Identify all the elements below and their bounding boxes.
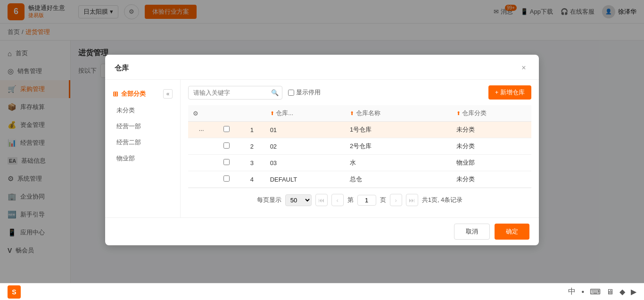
sort-icon-name: ⬆ <box>350 110 354 116</box>
row-num: 4 <box>239 171 265 188</box>
confirm-button[interactable]: 确定 <box>495 224 529 240</box>
col-header-check <box>215 105 239 122</box>
bottom-bar: S 中 • ⌨ 🖥 ◆ ▶ <box>0 283 644 300</box>
table-head: ⚙ ⬆ 仓库... ⬆ 仓库名称 ⬆ 仓库分类 <box>188 105 531 122</box>
row-actions-icon: ··· <box>199 126 204 133</box>
search-input[interactable] <box>188 86 282 100</box>
table-row[interactable]: ··· 1 01 1号仓库 未分类 <box>188 122 531 138</box>
search-icon[interactable]: 🔍 <box>271 89 279 96</box>
row-category: 未分类 <box>452 171 531 188</box>
row-checkbox[interactable] <box>223 126 230 132</box>
row-category: 未分类 <box>452 138 531 155</box>
modal-title: 仓库 <box>115 64 129 73</box>
warehouse-table: ⚙ ⬆ 仓库... ⬆ 仓库名称 ⬆ 仓库分类 <box>188 105 531 188</box>
col-header-category[interactable]: ⬆ 仓库分类 <box>452 105 531 122</box>
category-item-uncategorized[interactable]: 未分类 <box>105 102 180 118</box>
col-header-settings[interactable]: ⚙ <box>188 105 215 122</box>
row-name: 1号仓库 <box>345 122 452 138</box>
row-num: 3 <box>239 155 265 171</box>
table-row[interactable]: 3 03 水 物业部 <box>188 155 531 171</box>
dot-icon: • <box>581 288 584 296</box>
page-input[interactable] <box>357 195 376 206</box>
row-code: 01 <box>265 122 345 138</box>
category-panel: ⊞ 全部分类 « 未分类 经营一部 经营二部 物业部 <box>105 80 181 217</box>
total-info: 共1页, 4条记录 <box>422 196 463 204</box>
modal-footer: 取消 确定 <box>105 217 539 245</box>
keyboard-icon[interactable]: ⌨ <box>590 287 601 296</box>
row-code: 03 <box>265 155 345 171</box>
table-wrapper: ⚙ ⬆ 仓库... ⬆ 仓库名称 ⬆ 仓库分类 <box>188 105 531 188</box>
last-page-button[interactable]: ⏭ <box>406 194 418 206</box>
table-panel: 🔍 显示停用 + 新增仓库 ⚙ <box>181 80 539 217</box>
chinese-input-icon[interactable]: 中 <box>568 287 576 297</box>
row-name: 总仓 <box>345 171 452 188</box>
row-checkbox-cell[interactable] <box>215 171 239 188</box>
col-header-num <box>239 105 265 122</box>
modal-overlay: 仓库 × ⊞ 全部分类 « 未分类 经营一部 经营二部 物业部 <box>0 0 644 300</box>
row-settings[interactable]: ··· <box>188 122 215 138</box>
row-num: 2 <box>239 138 265 155</box>
modal-header: 仓库 × <box>105 55 539 80</box>
page-label: 第 <box>347 196 354 204</box>
row-num: 1 <box>239 122 265 138</box>
sort-icon-code: ⬆ <box>270 110 274 116</box>
row-name: 2号仓库 <box>345 138 452 155</box>
diamond-icon: ◆ <box>619 287 625 296</box>
first-page-button[interactable]: ⏮ <box>315 194 328 206</box>
show-disabled-checkbox[interactable] <box>288 90 294 96</box>
modal-body: ⊞ 全部分类 « 未分类 经营一部 经营二部 物业部 🔍 <box>105 80 539 217</box>
collapse-button[interactable]: « <box>163 89 173 99</box>
row-category: 物业部 <box>452 155 531 171</box>
row-name: 水 <box>345 155 452 171</box>
row-checkbox[interactable] <box>223 175 230 182</box>
row-checkbox-cell[interactable] <box>215 155 239 171</box>
category-item-property[interactable]: 物业部 <box>105 150 180 167</box>
next-page-button[interactable]: › <box>390 194 402 206</box>
category-all-label: 全部分类 <box>121 90 146 98</box>
warehouse-modal: 仓库 × ⊞ 全部分类 « 未分类 经营一部 经营二部 物业部 <box>105 55 539 245</box>
category-item-ops1[interactable]: 经营一部 <box>105 118 180 134</box>
category-item-ops2[interactable]: 经营二部 <box>105 134 180 150</box>
show-disabled-label[interactable]: 显示停用 <box>288 88 321 97</box>
row-code: 02 <box>265 138 345 155</box>
row-settings[interactable] <box>188 171 215 188</box>
col-header-code[interactable]: ⬆ 仓库... <box>265 105 345 122</box>
table-row[interactable]: 4 DEFAULT 总仓 未分类 <box>188 171 531 188</box>
pagination: 每页显示 50 10 20 100 ⏮ ‹ 第 页 › ⏭ 共1页, 4条记录 <box>188 188 531 212</box>
row-checkbox-cell[interactable] <box>215 122 239 138</box>
row-checkbox-cell[interactable] <box>215 138 239 155</box>
page-label2: 页 <box>380 196 386 204</box>
sort-icon-category: ⬆ <box>456 110 461 116</box>
page-size-label: 每页显示 <box>257 196 281 204</box>
modal-close-button[interactable]: × <box>518 62 529 74</box>
row-settings[interactable] <box>188 138 215 155</box>
s-logo: S <box>8 285 21 299</box>
page-size-select[interactable]: 50 10 20 100 <box>285 194 312 206</box>
search-input-wrap: 🔍 <box>188 86 282 100</box>
row-checkbox[interactable] <box>223 159 230 165</box>
play-icon[interactable]: ▶ <box>631 287 636 296</box>
cancel-button[interactable]: 取消 <box>454 224 490 240</box>
add-warehouse-button[interactable]: + 新增仓库 <box>488 85 531 100</box>
bottom-icons: 中 • ⌨ 🖥 ◆ ▶ <box>568 287 636 297</box>
prev-page-button[interactable]: ‹ <box>331 194 344 206</box>
col-header-name[interactable]: ⬆ 仓库名称 <box>345 105 452 122</box>
row-checkbox[interactable] <box>223 142 230 149</box>
table-body: ··· 1 01 1号仓库 未分类 2 02 2号仓库 未分类 <box>188 122 531 188</box>
table-row[interactable]: 2 02 2号仓库 未分类 <box>188 138 531 155</box>
row-settings[interactable] <box>188 155 215 171</box>
row-code: DEFAULT <box>265 171 345 188</box>
row-category: 未分类 <box>452 122 531 138</box>
grid-icon: ⊞ <box>113 90 118 98</box>
monitor-icon[interactable]: 🖥 <box>606 288 614 296</box>
search-bar: 🔍 显示停用 + 新增仓库 <box>188 85 531 100</box>
category-all[interactable]: ⊞ 全部分类 « <box>105 85 180 102</box>
